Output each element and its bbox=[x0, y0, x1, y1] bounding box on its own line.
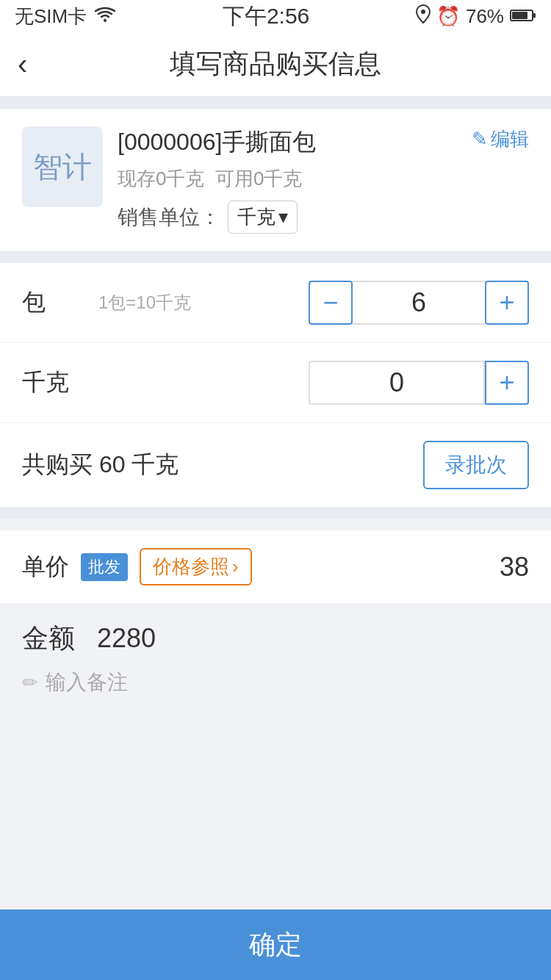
carrier-text: 无SIM卡 bbox=[15, 4, 87, 29]
bag-qty-controls: − + bbox=[309, 281, 529, 325]
bottom-spacer bbox=[0, 714, 551, 785]
status-right: ⏰ 76% bbox=[416, 4, 536, 29]
price-tag: 批发 bbox=[81, 553, 128, 581]
note-placeholder: 输入备注 bbox=[46, 669, 128, 696]
wifi-icon bbox=[94, 5, 116, 28]
top-divider bbox=[0, 97, 551, 109]
summary-text: 共购买 60 千克 bbox=[22, 449, 179, 481]
bag-label: 包 bbox=[22, 287, 81, 319]
battery-text: 76% bbox=[466, 5, 504, 28]
note-input-row[interactable]: ✏ 输入备注 bbox=[22, 669, 529, 696]
batch-record-button[interactable]: 录批次 bbox=[423, 441, 529, 489]
page-title: 填写商品购买信息 bbox=[170, 46, 381, 82]
unit-select[interactable]: 千克 ▾ bbox=[228, 201, 298, 234]
confirm-label: 确定 bbox=[249, 927, 302, 963]
product-thumbnail: 智计 bbox=[22, 126, 103, 207]
kg-qty-controls: + bbox=[309, 361, 529, 405]
svg-rect-3 bbox=[512, 12, 527, 19]
confirm-button[interactable]: 确定 bbox=[0, 909, 551, 980]
amount-section: 金额 2280 ✏ 输入备注 bbox=[0, 603, 551, 714]
svg-rect-4 bbox=[533, 13, 536, 18]
status-left: 无SIM卡 bbox=[15, 4, 116, 29]
product-name: [0000006]手撕面包 bbox=[118, 126, 529, 159]
price-value: 38 bbox=[500, 552, 529, 583]
amount-label: 金额 bbox=[22, 623, 75, 653]
status-bar: 无SIM卡 下午2:56 ⏰ 76% bbox=[0, 0, 551, 32]
summary-row: 共购买 60 千克 录批次 bbox=[0, 423, 551, 507]
bag-minus-button[interactable]: − bbox=[309, 281, 353, 325]
battery-icon bbox=[510, 5, 536, 28]
product-info: [0000006]手撕面包 现存0千克 可用0千克 销售单位： 千克 ▾ bbox=[118, 126, 529, 234]
mid-divider-2 bbox=[0, 507, 551, 519]
alarm-icon: ⏰ bbox=[436, 5, 460, 28]
price-ref-button[interactable]: 价格参照 › bbox=[140, 548, 252, 586]
mid-divider-1 bbox=[0, 251, 551, 263]
edit-icon: ✎ bbox=[472, 128, 488, 151]
form-row-bag: 包 1包=10千克 − + bbox=[0, 263, 551, 343]
unit-label: 销售单位： bbox=[118, 203, 220, 231]
bag-qty-input[interactable] bbox=[353, 281, 485, 325]
price-section: 单价 批发 价格参照 › 38 bbox=[0, 530, 551, 603]
location-icon bbox=[416, 4, 431, 29]
price-ref-label: 价格参照 bbox=[153, 554, 229, 580]
svg-point-1 bbox=[421, 10, 425, 14]
product-unit-row: 销售单位： 千克 ▾ bbox=[118, 201, 529, 234]
bag-hint: 1包=10千克 bbox=[98, 291, 191, 314]
form-row-kg: 千克 + bbox=[0, 343, 551, 423]
amount-value: 2280 bbox=[97, 623, 156, 653]
product-card: 智计 [0000006]手撕面包 现存0千克 可用0千克 销售单位： 千克 ▾ … bbox=[0, 109, 551, 251]
unit-chevron: ▾ bbox=[278, 206, 288, 228]
edit-button[interactable]: ✎ 编辑 bbox=[472, 126, 529, 152]
product-stock: 现存0千克 可用0千克 bbox=[118, 166, 529, 192]
svg-point-0 bbox=[104, 19, 107, 22]
back-button[interactable]: ‹ bbox=[18, 48, 27, 81]
product-logo: 智计 bbox=[33, 147, 92, 187]
form-section: 包 1包=10千克 − + 千克 + 共购买 60 千克 录批次 bbox=[0, 263, 551, 507]
kg-label: 千克 bbox=[22, 367, 81, 399]
kg-qty-input[interactable] bbox=[309, 361, 485, 405]
amount-row: 金额 2280 bbox=[22, 621, 529, 657]
pencil-icon: ✏ bbox=[22, 671, 38, 694]
price-ref-arrow: › bbox=[232, 555, 239, 578]
status-time: 下午2:56 bbox=[223, 1, 309, 32]
kg-plus-button[interactable]: + bbox=[485, 361, 529, 405]
nav-bar: ‹ 填写商品购买信息 bbox=[0, 32, 551, 97]
bag-plus-button[interactable]: + bbox=[485, 281, 529, 325]
price-label: 单价 bbox=[22, 551, 69, 583]
